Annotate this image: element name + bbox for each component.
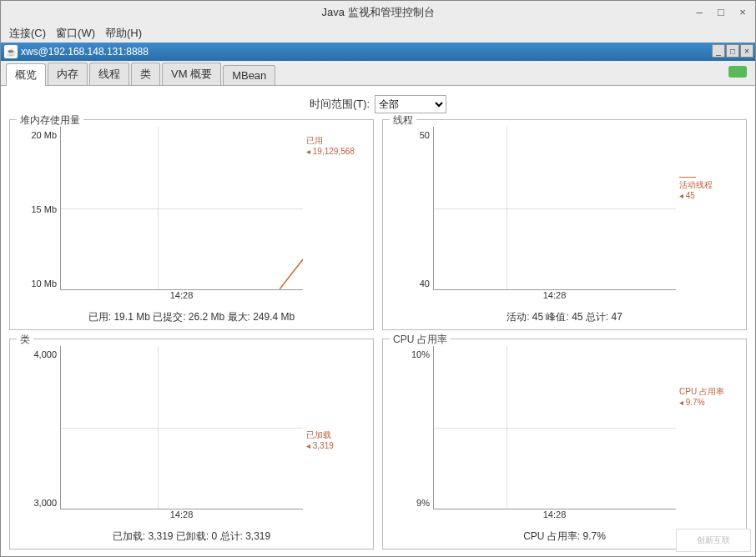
- tab-threads[interactable]: 线程: [89, 63, 129, 85]
- classes-canvas[interactable]: [60, 346, 303, 509]
- heap-chart: 20 Mb 15 Mb 10 Mb 14:28 已用: [17, 123, 366, 307]
- minimize-button[interactable]: –: [692, 4, 707, 19]
- tab-classes[interactable]: 类: [131, 63, 160, 85]
- threads-legend-value: 45: [686, 191, 695, 200]
- heap-y-bot: 10 Mb: [31, 278, 57, 289]
- heap-plot: 14:28: [60, 127, 303, 304]
- threads-yaxis: 50 40: [390, 127, 433, 304]
- classes-legend-value: 3,319: [313, 441, 334, 450]
- panel-heap: 堆内存使用量 20 Mb 15 Mb 10 Mb 14:28: [9, 119, 374, 330]
- watermark: 创新互联: [676, 529, 751, 552]
- tab-mbean[interactable]: MBean: [223, 65, 275, 85]
- legend-marker-icon: ◂: [306, 441, 313, 450]
- svg-line-0: [280, 259, 303, 289]
- heap-canvas[interactable]: [60, 127, 303, 290]
- heap-xlabel: 14:28: [60, 290, 303, 304]
- legend-marker-icon: ◂: [679, 191, 686, 200]
- cpu-legend-label: CPU 占用率: [679, 386, 738, 398]
- sub-maximize-button[interactable]: □: [726, 44, 739, 58]
- subwindow-titlebar: ☕ xws@192.168.148.131:8888 _ □ ×: [1, 43, 755, 61]
- panel-cpu: CPU 占用率 10% 9% 14:28 CPU 占用率: [382, 339, 747, 549]
- legend-marker-icon: ◂: [679, 398, 686, 407]
- tab-vm[interactable]: VM 概要: [162, 63, 221, 85]
- subwindow-title: xws@192.168.148.131:8888: [21, 46, 149, 58]
- menu-connect[interactable]: 连接(C): [4, 24, 51, 43]
- maximize-button[interactable]: □: [713, 4, 728, 19]
- heap-legend: 已用 ◂ 19,129,568: [303, 127, 366, 304]
- cpu-yaxis: 10% 9%: [390, 346, 433, 523]
- threads-stats: 活动: 45 峰值: 45 总计: 47: [390, 307, 739, 324]
- cpu-canvas[interactable]: [433, 346, 676, 509]
- time-range-label: 时间范围(T):: [310, 97, 370, 112]
- cpu-legend: CPU 占用率 ◂ 9.7%: [676, 346, 739, 523]
- threads-y-top: 50: [420, 130, 430, 140]
- classes-plot: 14:28: [60, 346, 303, 523]
- subwindow-controls: _ □ ×: [711, 44, 753, 58]
- threads-plot: 14:28: [433, 127, 676, 304]
- heap-y-top: 20 Mb: [31, 130, 57, 140]
- panel-classes: 类 4,000 3,000 14:28 已加载: [9, 339, 374, 549]
- cpu-legend-value: 9.7%: [686, 398, 705, 407]
- heap-y-mid: 15 Mb: [31, 204, 57, 214]
- threads-canvas[interactable]: [433, 127, 676, 290]
- heap-yaxis: 20 Mb 15 Mb 10 Mb: [17, 127, 60, 304]
- classes-stats: 已加载: 3,319 已卸载: 0 总计: 3,319: [17, 526, 366, 544]
- connection-status-icon: [728, 66, 747, 78]
- classes-xlabel: 14:28: [60, 509, 303, 523]
- menu-window[interactable]: 窗口(W): [51, 24, 100, 43]
- legend-marker-icon: ◂: [306, 147, 313, 156]
- classes-legend: 已加载 ◂ 3,319: [303, 346, 366, 523]
- menubar: 连接(C) 窗口(W) 帮助(H): [1, 24, 755, 43]
- heap-stats: 已用: 19.1 Mb 已提交: 26.2 Mb 最大: 249.4 Mb: [17, 307, 366, 324]
- cpu-y-top: 10%: [411, 349, 430, 359]
- app-window: Java 监视和管理控制台 – □ × 连接(C) 窗口(W) 帮助(H) ☕ …: [0, 0, 756, 557]
- heap-legend-value: 19,129,568: [313, 147, 355, 156]
- classes-chart: 4,000 3,000 14:28 已加载 ◂ 3,319: [17, 343, 366, 526]
- time-range-row: 时间范围(T): 全部: [9, 93, 747, 116]
- titlebar: Java 监视和管理控制台 – □ ×: [1, 1, 755, 24]
- cpu-chart: 10% 9% 14:28 CPU 占用率 ◂ 9.7%: [390, 343, 739, 526]
- heap-line-icon: [280, 256, 303, 289]
- java-icon: ☕: [4, 45, 18, 58]
- threads-legend-label: 活动线程: [679, 179, 738, 191]
- window-controls: – □ ×: [692, 4, 750, 19]
- tabbar: 概览 内存 线程 类 VM 概要 MBean: [1, 61, 755, 86]
- panel-threads: 线程 50 40 14:28 活动线程: [382, 119, 747, 330]
- cpu-y-bot: 9%: [416, 498, 430, 508]
- app-title: Java 监视和管理控制台: [321, 5, 434, 20]
- content-area: 时间范围(T): 全部 堆内存使用量 20 Mb 15 Mb 10 Mb: [1, 86, 755, 556]
- threads-y-bot: 40: [420, 278, 430, 289]
- time-range-select[interactable]: 全部: [375, 95, 446, 113]
- classes-legend-label: 已加载: [306, 429, 365, 441]
- sub-close-button[interactable]: ×: [740, 44, 753, 58]
- threads-legend: 活动线程 ◂ 45: [676, 127, 739, 304]
- chart-grid: 堆内存使用量 20 Mb 15 Mb 10 Mb 14:28: [9, 119, 747, 549]
- classes-y-top: 4,000: [33, 349, 57, 359]
- classes-y-bot: 3,000: [33, 498, 57, 508]
- legend-line-icon: [679, 177, 696, 178]
- threads-chart: 50 40 14:28 活动线程 ◂ 45: [390, 123, 739, 307]
- sub-minimize-button[interactable]: _: [712, 44, 725, 58]
- tab-overview[interactable]: 概览: [6, 63, 46, 86]
- tab-memory[interactable]: 内存: [48, 63, 88, 85]
- close-button[interactable]: ×: [735, 4, 750, 19]
- cpu-xlabel: 14:28: [433, 509, 676, 523]
- classes-yaxis: 4,000 3,000: [17, 346, 60, 523]
- heap-legend-label: 已用: [306, 135, 365, 147]
- threads-xlabel: 14:28: [433, 290, 676, 304]
- menu-help[interactable]: 帮助(H): [100, 24, 147, 43]
- cpu-plot: 14:28: [433, 346, 676, 523]
